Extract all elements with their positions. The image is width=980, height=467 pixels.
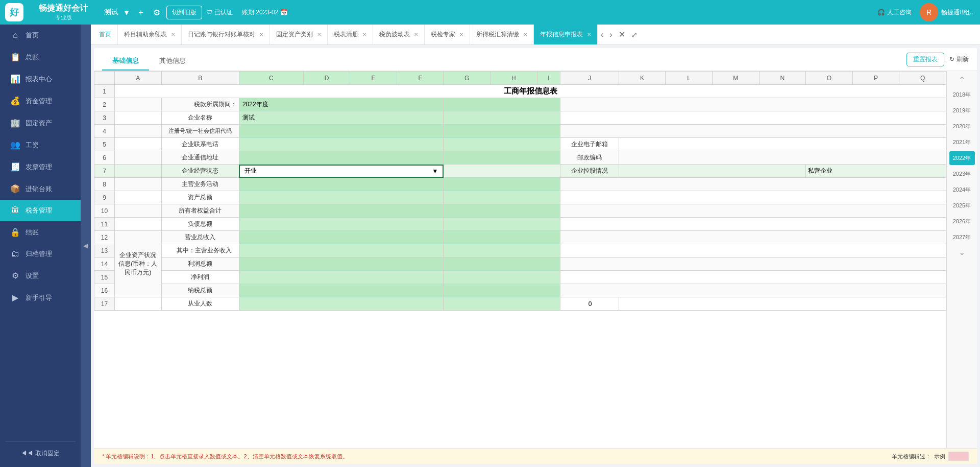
sidebar-toggle[interactable]: ◀ (81, 25, 91, 467)
sidebar-item-report[interactable]: 📊 报表中心 (0, 68, 81, 90)
cell-11fg[interactable] (444, 218, 560, 231)
cell-3a[interactable] (115, 111, 162, 125)
sidebar-item-purchase-sale[interactable]: 📦 进销台账 (0, 178, 81, 200)
cell-14b[interactable]: 利润总额 (161, 258, 239, 271)
cell-4a[interactable] (115, 125, 162, 138)
col-header-f[interactable]: F (397, 72, 444, 85)
year-item-2023[interactable]: 2023年 (949, 167, 975, 181)
tab-income-tax[interactable]: 所得税汇算清缴 ✕ (470, 25, 534, 45)
cell-7b[interactable]: 企业经营状态 (161, 165, 239, 178)
cell-6k[interactable] (619, 151, 946, 165)
cell-8b[interactable]: 主营业务活动 (161, 178, 239, 191)
cell-3fg[interactable] (444, 111, 560, 125)
tab-expand-button[interactable]: ⤢ (628, 31, 641, 39)
tab-aux[interactable]: 科目辅助余额表 ✕ (118, 25, 182, 45)
tab-close-tax-expert[interactable]: ✕ (459, 32, 463, 37)
cell-17c[interactable] (239, 297, 444, 311)
cell-14fg[interactable] (444, 258, 560, 271)
cell-16rest[interactable] (560, 284, 946, 297)
col-header-h[interactable]: H (491, 72, 537, 85)
tab-close-all-button[interactable]: ✕ (616, 30, 628, 39)
tab-tax-table[interactable]: 税表清册 ✕ (328, 25, 373, 45)
cell-10fg[interactable] (444, 204, 560, 218)
cell-2rest[interactable] (560, 98, 946, 111)
cell-2a[interactable] (115, 98, 162, 111)
col-header-m[interactable]: M (712, 72, 759, 85)
tab-tax-wave[interactable]: 税负波动表 ✕ (373, 25, 425, 45)
cell-3b[interactable]: 企业名称 (161, 111, 239, 125)
tab-tax-expert[interactable]: 税检专家 ✕ (425, 25, 470, 45)
col-header-q[interactable]: Q (899, 72, 946, 85)
cell-13c[interactable] (239, 244, 444, 258)
cell-3rest[interactable] (560, 111, 946, 125)
cell-11a[interactable] (115, 218, 162, 231)
cell-15fg[interactable] (444, 271, 560, 284)
sub-tab-other[interactable]: 其他信息 (149, 52, 196, 71)
year-item-2021[interactable]: 2021年 (949, 135, 975, 149)
sidebar-item-settings[interactable]: ⚙ 设置 (0, 265, 81, 287)
cell-2fg[interactable] (444, 98, 560, 111)
tab-close-journal[interactable]: ✕ (259, 32, 263, 37)
cell-8rest[interactable] (560, 178, 946, 191)
cell-3c[interactable]: 测试 (239, 111, 444, 125)
col-header-l[interactable]: L (666, 72, 713, 85)
tab-close-tax-table[interactable]: ✕ (362, 32, 366, 37)
cell-5fg[interactable] (444, 138, 560, 151)
cell-11b[interactable]: 负债总额 (161, 218, 239, 231)
cell-16fg[interactable] (444, 284, 560, 297)
col-header-j[interactable]: J (560, 72, 619, 85)
year-nav-up-button[interactable]: ⌃ (957, 73, 967, 87)
cell-9rest[interactable] (560, 191, 946, 204)
sidebar-item-close[interactable]: 🔒 结账 (0, 221, 81, 243)
cell-8c[interactable] (239, 178, 444, 191)
cell-5k[interactable] (619, 138, 946, 151)
tab-close-tax-wave[interactable]: ✕ (414, 32, 418, 37)
cell-17fg[interactable] (444, 297, 560, 311)
sheet-title[interactable]: 工商年报信息表 (115, 85, 946, 98)
cell-17a[interactable] (115, 297, 162, 311)
spreadsheet-main[interactable]: A B C D E F G H I J (94, 71, 946, 448)
sidebar-item-ledger[interactable]: 📋 总账 (0, 46, 81, 68)
cell-4rest[interactable] (560, 125, 946, 138)
tab-annual-report[interactable]: 年报信息申报表 ✕ (534, 25, 598, 45)
add-tab-icon[interactable]: ＋ (135, 5, 147, 20)
cell-4b[interactable]: 注册号/统一社会信用代码 (161, 125, 239, 138)
col-header-k[interactable]: K (619, 72, 666, 85)
col-header-n[interactable]: N (759, 72, 806, 85)
cell-9a[interactable] (115, 191, 162, 204)
tab-close-fixed-asset-type[interactable]: ✕ (317, 32, 321, 37)
cell-5c[interactable] (239, 138, 444, 151)
cell-15rest[interactable] (560, 271, 946, 284)
cell-5j[interactable]: 企业电子邮箱 (560, 138, 619, 151)
sidebar-item-invoice[interactable]: 🧾 发票管理 (0, 156, 81, 178)
cell-8fg[interactable] (444, 178, 560, 191)
col-header-e[interactable]: E (350, 72, 397, 85)
cell-2b[interactable]: 税款所属期间： (161, 98, 239, 111)
cell-6fg[interactable] (444, 151, 560, 165)
dropdown-icon[interactable]: ▾ (122, 6, 131, 19)
reset-report-button[interactable]: 重置报表 (906, 53, 944, 66)
cell-13rest[interactable] (560, 244, 946, 258)
tab-journal[interactable]: 日记账与银行对账单核对 ✕ (182, 25, 270, 45)
cell-7j[interactable]: 企业控股情况 (560, 165, 619, 178)
cell-17j[interactable]: 0 (560, 297, 619, 311)
cell-5b[interactable]: 企业联系电话 (161, 138, 239, 151)
settings-icon[interactable]: ⚙ (151, 6, 162, 19)
col-header-b[interactable]: B (161, 72, 239, 85)
cell-9c[interactable] (239, 191, 444, 204)
year-nav-down-button[interactable]: ⌄ (957, 245, 967, 259)
cell-10rest[interactable] (560, 204, 946, 218)
sub-tab-basic[interactable]: 基础信息 (102, 52, 149, 71)
spreadsheet-table-container[interactable]: A B C D E F G H I J (94, 71, 946, 448)
tab-prev-button[interactable]: ‹ (598, 30, 606, 39)
cell-9b[interactable]: 资产总额 (161, 191, 239, 204)
col-header-a[interactable]: A (115, 72, 162, 85)
tab-fixed-asset-type[interactable]: 固定资产类别 ✕ (270, 25, 328, 45)
sidebar-item-fund[interactable]: 💰 资金管理 (0, 90, 81, 112)
cell-11c[interactable] (239, 218, 444, 231)
cell-6a[interactable] (115, 151, 162, 165)
col-header-p[interactable]: P (852, 72, 899, 85)
cell-4fg[interactable] (444, 125, 560, 138)
cancel-fixed-button[interactable]: ◀◀ 取消固定 (5, 445, 76, 462)
sidebar-item-guide[interactable]: ▶ 新手引导 (0, 287, 81, 309)
